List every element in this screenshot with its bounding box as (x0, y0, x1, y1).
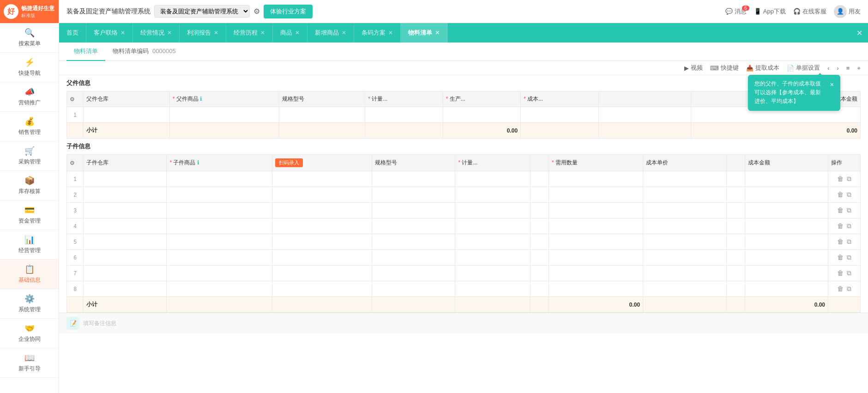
child-unit-cell[interactable] (455, 281, 530, 297)
nav-tab-close-icon[interactable]: ✕ (260, 30, 265, 36)
delete-icon[interactable]: 🗑 (837, 191, 844, 198)
message-button[interactable]: 💬 消息 6 (725, 7, 747, 16)
child-unit-cost-cell[interactable] (643, 203, 726, 218)
nav-tab-close-icon[interactable]: ✕ (214, 30, 218, 36)
delete-icon[interactable]: 🗑 (837, 222, 844, 230)
child-product-cell[interactable] (167, 266, 272, 281)
scan-input-button[interactable]: 扫码录入 (275, 158, 303, 167)
copy-icon[interactable]: ⧉ (847, 222, 851, 230)
child-spec-cell[interactable] (372, 250, 455, 266)
parent-unit-cell[interactable] (365, 107, 443, 123)
child-gear-icon[interactable]: ⚙ (70, 160, 75, 166)
nav-tab-物料清单[interactable]: 物料清单✕ (401, 23, 447, 42)
child-spec-cell[interactable] (372, 266, 455, 281)
delete-icon[interactable]: 🗑 (837, 269, 844, 277)
child-spec-cell[interactable] (372, 234, 455, 250)
child-product-cell[interactable] (167, 234, 272, 250)
sidebar-item-system[interactable]: ⚙️系统管理 (0, 289, 59, 319)
extract-cost-action[interactable]: 📥 提取成本 (746, 64, 779, 72)
delete-icon[interactable]: 🗑 (837, 254, 844, 261)
child-required-qty-cell[interactable] (549, 250, 643, 266)
shortcut-action[interactable]: ⌨ 快捷键 (710, 64, 739, 72)
single-settings-action[interactable]: 📄 单据设置 (787, 64, 820, 72)
child-required-qty-cell[interactable] (549, 187, 643, 203)
sidebar-item-cooperation[interactable]: 🤝企业协同 (0, 319, 59, 348)
child-spec-cell[interactable] (372, 171, 455, 187)
parent-product-cell[interactable] (169, 107, 279, 123)
user-menu[interactable]: 👤 用友 (834, 5, 861, 18)
delete-icon[interactable]: 🗑 (837, 238, 844, 245)
child-unit-cell[interactable] (455, 266, 530, 281)
copy-icon[interactable]: ⧉ (847, 285, 851, 292)
child-warehouse-cell[interactable] (84, 266, 167, 281)
child-unit-cost-cell[interactable] (643, 250, 726, 266)
close-all-tabs-button[interactable]: ✕ (851, 29, 868, 37)
child-warehouse-cell[interactable] (84, 218, 167, 234)
sidebar-item-quick-nav[interactable]: ⚡快捷导航 (0, 53, 59, 82)
prev-button[interactable]: ‹ (827, 65, 829, 72)
child-unit-cell[interactable] (455, 250, 530, 266)
child-warehouse-cell[interactable] (84, 281, 167, 297)
delete-icon[interactable]: 🗑 (837, 285, 844, 292)
child-unit-cost-cell[interactable] (643, 281, 726, 297)
child-required-qty-cell[interactable] (549, 266, 643, 281)
child-product-cell[interactable] (167, 250, 272, 266)
sidebar-item-finance[interactable]: 💳资金管理 (0, 200, 59, 230)
nav-tab-经营历程[interactable]: 经营历程✕ (226, 23, 273, 42)
child-warehouse-cell[interactable] (84, 203, 167, 218)
sidebar-item-search[interactable]: 🔍搜索菜单 (0, 23, 59, 53)
nav-tab-close-icon[interactable]: ✕ (167, 30, 172, 36)
copy-icon[interactable]: ⧉ (847, 175, 851, 182)
settings-gear-icon[interactable]: ⚙ (253, 7, 260, 16)
system-selector[interactable]: 装备及固定资产辅助管理系统 (154, 5, 250, 18)
child-product-cell[interactable] (167, 203, 272, 218)
child-required-qty-cell[interactable] (549, 281, 643, 297)
child-unit-cell[interactable] (455, 203, 530, 218)
video-action[interactable]: ▶ 视频 (684, 64, 703, 72)
child-spec-cell[interactable] (372, 218, 455, 234)
copy-icon[interactable]: ⧉ (847, 191, 851, 198)
sidebar-item-operations[interactable]: 📊经营管理 (0, 230, 59, 260)
child-unit-cell[interactable] (455, 171, 530, 187)
next-button[interactable]: › (837, 65, 838, 72)
nav-tab-条码方案[interactable]: 条码方案✕ (354, 23, 401, 42)
child-required-qty-cell[interactable] (549, 203, 643, 218)
copy-icon[interactable]: ⧉ (847, 206, 851, 214)
nav-tab-close-icon[interactable]: ✕ (121, 30, 125, 36)
list-view-button[interactable]: ≡ (846, 65, 850, 72)
add-row-button[interactable]: + (857, 65, 861, 72)
child-required-qty-cell[interactable] (549, 218, 643, 234)
child-required-qty-cell[interactable] (549, 171, 643, 187)
online-service-button[interactable]: 🎧 在线客服 (793, 7, 826, 16)
parent-cost-cell[interactable] (521, 107, 598, 123)
nav-tab-close-icon[interactable]: ✕ (342, 30, 346, 36)
nav-tab-客户联络[interactable]: 客户联络✕ (86, 23, 133, 42)
child-unit-cell[interactable] (455, 218, 530, 234)
child-product-cell[interactable] (167, 281, 272, 297)
child-required-qty-cell[interactable] (549, 234, 643, 250)
child-unit-cost-cell[interactable] (643, 187, 726, 203)
child-product-cell[interactable] (167, 218, 272, 234)
sidebar-item-basic-info[interactable]: 📋基础信息 (0, 260, 59, 289)
delete-icon[interactable]: 🗑 (837, 206, 844, 214)
sub-tab-code[interactable]: 物料清单编码 0000005 (105, 42, 183, 61)
copy-icon[interactable]: ⧉ (847, 238, 851, 245)
nav-tab-首页[interactable]: 首页 (59, 23, 86, 42)
sidebar-item-purchase[interactable]: 🛒采购管理 (0, 141, 59, 171)
child-unit-cell[interactable] (455, 187, 530, 203)
tooltip-close-button[interactable]: × (830, 79, 834, 90)
sidebar-item-inventory[interactable]: 📦库存核算 (0, 171, 59, 200)
parent-spec-cell[interactable] (279, 107, 365, 123)
parent-gear-icon[interactable]: ⚙ (70, 96, 75, 103)
child-unit-cost-cell[interactable] (643, 218, 726, 234)
child-unit-cost-cell[interactable] (643, 266, 726, 281)
child-unit-cost-cell[interactable] (643, 171, 726, 187)
child-warehouse-cell[interactable] (84, 187, 167, 203)
copy-icon[interactable]: ⧉ (847, 269, 851, 277)
nav-tab-新增商品[interactable]: 新增商品✕ (307, 23, 354, 42)
child-warehouse-cell[interactable] (84, 234, 167, 250)
nav-tab-close-icon[interactable]: ✕ (295, 30, 300, 36)
child-warehouse-cell[interactable] (84, 171, 167, 187)
child-unit-cell[interactable] (455, 234, 530, 250)
child-unit-cost-cell[interactable] (643, 234, 726, 250)
